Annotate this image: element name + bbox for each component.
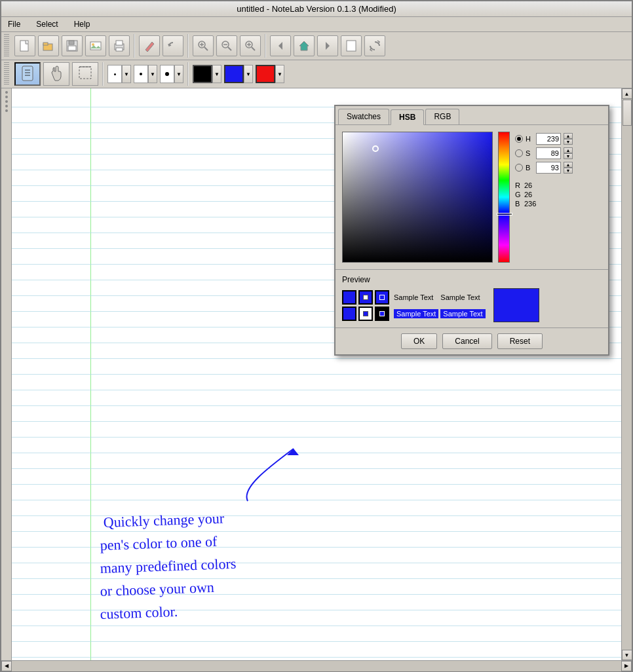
h-down-button[interactable]: ▼ [564,139,573,145]
undo-button[interactable] [163,35,183,56]
size1-dropdown[interactable]: ▼ [122,65,131,83]
s-input[interactable] [536,147,561,159]
dialog-buttons: OK Cancel Reset [336,327,608,354]
size2-indicator [134,65,148,83]
color3-wrapper: ▼ [256,65,284,83]
menu-select[interactable]: Select [32,18,62,30]
preview-swatch-5 [358,307,373,321]
tab-swatches[interactable]: Swatches [338,109,389,124]
size2-selector[interactable]: ▼ [134,65,157,83]
menu-file[interactable]: File [4,18,24,30]
toolbar-sep-3 [265,34,266,58]
svg-rect-26 [347,41,356,51]
toolbar-grip-2 [4,62,9,86]
right-scrollbar: ▲ ▼ [621,88,632,660]
radio-s[interactable] [515,149,523,157]
left-grip [1,88,12,660]
rgb-display: R 26 G 26 B 236 [515,181,573,208]
h-input[interactable] [536,133,561,145]
page-button[interactable] [341,35,362,56]
svg-text:pen's color to one of: pen's color to one of [100,533,218,553]
home-button[interactable] [294,35,315,56]
size3-selector[interactable]: ▼ [160,65,183,83]
scroll-up-button[interactable]: ▲ [622,88,632,99]
b-label: B [526,164,533,172]
radio-h[interactable] [515,135,523,143]
scroll-track-h[interactable] [12,661,621,671]
svg-marker-24 [299,41,309,50]
drawing-toolbar: ▼ ▼ ▼ ▼ ▼ ▼ [1,60,632,88]
scroll-down-button[interactable]: ▼ [622,650,632,660]
s-up-button[interactable]: ▲ [564,147,573,153]
hsb-area: H ▲ ▼ S ▲ ▼ [342,132,602,263]
pen-tool-button[interactable] [139,35,160,56]
svg-rect-27 [22,66,33,81]
b-up-button[interactable]: ▲ [564,162,573,168]
open-button[interactable] [38,35,59,56]
svg-marker-23 [278,42,282,50]
tab-rgb[interactable]: RGB [425,109,459,124]
refresh-button[interactable] [364,35,385,56]
scroll-right-button[interactable]: ▶ [621,661,632,671]
hsb-s-row: S ▲ ▼ [515,147,573,159]
zoom-fit-button[interactable] [240,35,261,56]
color3-button[interactable] [256,65,275,83]
color1-button[interactable] [193,65,212,83]
hue-strip[interactable] [498,132,510,263]
main-toolbar [1,32,632,60]
print-button[interactable] [109,35,130,56]
toolbar-sep-1 [134,34,135,58]
tab-hsb[interactable]: HSB [391,109,424,125]
pen-mode-button[interactable] [14,62,41,86]
window-title: untitled - NoteLab Version 0.1.3 (Modifi… [237,4,396,14]
r-label: R [515,181,522,189]
scroll-track-v[interactable] [622,99,632,650]
toolbar-grip-1 [4,34,9,58]
color2-button[interactable] [224,65,244,83]
scroll-thumb-v[interactable] [623,100,632,126]
rgb-g-row: G 26 [515,191,573,198]
hsb-b-row: B ▲ ▼ [515,162,573,174]
size3-dropdown[interactable]: ▼ [174,65,183,83]
color2-dropdown[interactable]: ▼ [244,65,253,83]
size2-dropdown[interactable]: ▼ [148,65,157,83]
forward-button[interactable] [317,35,338,56]
h-label: H [526,135,533,143]
back-button[interactable] [270,35,291,56]
save-button[interactable] [62,35,83,56]
hand-tool-button[interactable] [43,62,69,86]
h-up-button[interactable]: ▲ [564,133,573,139]
zoom-in-button[interactable] [193,35,214,56]
b-down-button[interactable]: ▼ [564,168,573,174]
image-button[interactable] [85,35,106,56]
color1-dropdown[interactable]: ▼ [212,65,221,83]
cancel-button[interactable]: Cancel [442,333,491,349]
b-input[interactable] [536,162,561,174]
color-gradient-picker[interactable] [342,132,493,263]
menu-help[interactable]: Help [70,18,94,30]
toolbar-sep-4 [102,62,104,86]
ok-button[interactable]: OK [401,333,437,349]
svg-line-17 [228,47,231,50]
hue-indicator [497,213,512,215]
new-button[interactable] [14,35,35,56]
select-tool-button[interactable] [72,62,98,86]
size1-selector[interactable]: ▼ [107,65,131,83]
reset-button[interactable]: Reset [497,333,543,349]
svg-rect-6 [90,42,101,50]
svg-marker-25 [326,42,330,50]
preview-swatch-1 [342,290,356,305]
menu-bar: File Select Help [1,17,632,32]
zoom-out-button[interactable] [216,35,237,56]
s-down-button[interactable]: ▼ [564,153,573,159]
svg-rect-4 [69,41,74,45]
preview-label: Preview [342,275,602,284]
color-chooser-dialog: Swatches HSB RGB H [334,105,609,356]
scroll-left-button[interactable]: ◀ [1,661,12,671]
b2-label: B [515,200,522,208]
radio-b[interactable] [515,164,523,172]
color3-dropdown[interactable]: ▼ [275,65,284,83]
svg-line-20 [252,47,255,50]
g-value: 26 [524,191,549,198]
size1-indicator [107,65,122,83]
